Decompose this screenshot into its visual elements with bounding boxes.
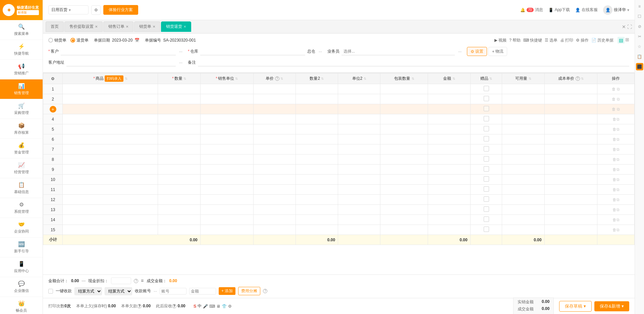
save-new-button[interactable]: 保存&新增 ▾: [594, 301, 629, 311]
customer-input[interactable]: [61, 48, 176, 55]
action-video[interactable]: ▶ 视频: [494, 38, 506, 43]
installment-info-icon[interactable]: ?: [137, 304, 142, 308]
th-row-settings[interactable]: ⚙: [43, 73, 63, 84]
qty2-cell-3[interactable]: [296, 104, 338, 114]
gift-checkbox-12[interactable]: [484, 196, 489, 202]
costprice-cell-2[interactable]: [544, 94, 597, 104]
toolbar-icon-chinese[interactable]: 中: [198, 303, 202, 309]
gift-checkbox-11[interactable]: [484, 186, 489, 192]
amount-cell-1[interactable]: [428, 84, 470, 94]
copy-row-1[interactable]: ⧉: [617, 87, 620, 91]
product-cell-1[interactable]: [63, 84, 158, 94]
warehouse-select-dots[interactable]: ···: [319, 49, 322, 54]
gift-cell-3[interactable]: [470, 104, 502, 114]
copy-row-3[interactable]: ⧉: [617, 107, 620, 112]
delete-row-4[interactable]: 🗑: [612, 117, 616, 122]
copy-row-10[interactable]: ⧉: [616, 177, 620, 182]
unit2-cell-2[interactable]: [338, 94, 380, 104]
tab-delivery-close[interactable]: ✕: [153, 25, 155, 28]
pkgqty-cell-2[interactable]: [380, 94, 428, 104]
delete-row-13[interactable]: 🗑: [612, 207, 616, 212]
tab-sales-order[interactable]: 销售订单 ✕: [103, 21, 133, 32]
delete-row-8[interactable]: 🗑: [612, 157, 616, 162]
copy-row-13[interactable]: ⧉: [616, 207, 620, 212]
action-history[interactable]: 📄 历史单据: [591, 38, 613, 43]
gift-checkbox-4[interactable]: [484, 116, 489, 121]
address-input[interactable]: [66, 59, 176, 66]
copy-row-14[interactable]: ⧉: [616, 217, 620, 222]
copy-row-9[interactable]: ⧉: [616, 167, 620, 172]
online-service-item[interactable]: 👤 在线客服: [575, 7, 598, 13]
sidebar-item-appcenter[interactable]: 📱 应用中心: [0, 257, 43, 277]
radio-delivery[interactable]: 销货单: [48, 38, 66, 43]
sidebar-item-basic[interactable]: 📋 基础信息: [0, 178, 43, 198]
sort-pkgqty-icon[interactable]: ⇅: [412, 77, 414, 80]
delete-row-9[interactable]: 🗑: [612, 167, 616, 172]
cash-discount-input[interactable]: [111, 277, 131, 284]
qty2-cell-2[interactable]: [296, 94, 338, 104]
toolbar-keyboard-icon[interactable]: ⌨: [209, 304, 215, 309]
gift-checkbox-5[interactable]: [484, 126, 489, 131]
staff-input[interactable]: [341, 48, 455, 55]
quantity-cell-2[interactable]: [158, 94, 200, 104]
gift-checkbox-3[interactable]: [484, 106, 489, 111]
gift-checkbox-8[interactable]: [484, 156, 489, 162]
view-mode-grid-icon[interactable]: ⊞: [625, 37, 629, 44]
sort-cost-icon[interactable]: ⇅: [581, 77, 584, 80]
right-panel-item-4[interactable]: ✂: [636, 33, 643, 40]
delete-row-7[interactable]: 🗑: [612, 147, 616, 152]
tab-price-setting-close[interactable]: ✕: [95, 25, 98, 28]
customer-select-dots[interactable]: ···: [179, 49, 182, 54]
sidebar-item-operations[interactable]: 📈 经营管理: [0, 159, 43, 178]
toolbar-user-icon[interactable]: 👕: [222, 304, 227, 309]
tab-fullscreen-icon[interactable]: ⛶: [627, 24, 632, 29]
costprice-cell-1[interactable]: [544, 84, 597, 94]
calendar-icon[interactable]: 📅: [135, 38, 140, 43]
sort-product-icon[interactable]: ⇅: [125, 77, 127, 80]
toolbar-monitor-icon[interactable]: 🖥: [216, 304, 220, 309]
sidebar-item-finance[interactable]: 💰 资金管理: [0, 139, 43, 159]
gift-checkbox-15[interactable]: [484, 227, 489, 232]
delete-row-14[interactable]: 🗑: [612, 217, 616, 222]
unit2-cell-1[interactable]: [338, 84, 380, 94]
amount-cell-2[interactable]: [428, 94, 470, 104]
sidebar-item-purchase[interactable]: 🛒 采购管理: [0, 99, 43, 119]
tab-sales-order-close[interactable]: ✕: [126, 25, 128, 28]
staff-select-dots[interactable]: ···: [458, 49, 462, 54]
notification-item[interactable]: 🔔 70 消息: [520, 7, 543, 13]
app-download-item[interactable]: 📱 App下载: [548, 7, 570, 13]
settings-button[interactable]: ⚙ 设置: [467, 47, 487, 56]
delete-row-2[interactable]: 🗑: [612, 97, 616, 102]
sort-amount-icon[interactable]: ⇅: [452, 77, 455, 80]
sidebar-item-enterprise[interactable]: 🤝 企业协同: [0, 218, 43, 238]
sort-quantity2-icon[interactable]: ⇅: [321, 77, 324, 80]
logistics-button[interactable]: + 物流: [488, 47, 507, 56]
delete-row-11[interactable]: 🗑: [612, 187, 616, 192]
user-info[interactable]: 👤 徐泽华 ▾: [603, 5, 629, 15]
copy-row-15[interactable]: ⧉: [616, 228, 620, 232]
delete-row-15[interactable]: 🗑: [612, 228, 616, 232]
gift-checkbox-10[interactable]: [484, 176, 489, 182]
gift-checkbox-7[interactable]: [484, 146, 489, 151]
sidebar-item-sales[interactable]: 📊 销售管理: [0, 79, 43, 99]
action-print[interactable]: 🖨 打印: [560, 38, 573, 43]
qty2-cell-1[interactable]: [296, 84, 338, 94]
right-panel-item-6[interactable]: 📋: [636, 53, 643, 60]
category-select[interactable]: 日用百货 ▾: [48, 5, 89, 14]
sort-quantity-icon[interactable]: ⇅: [183, 77, 186, 80]
account-dots[interactable]: ···: [154, 289, 157, 294]
gift-checkbox-1[interactable]: [484, 86, 489, 91]
sort-unit2-icon[interactable]: ⇅: [364, 77, 366, 80]
gift-checkbox-14[interactable]: [484, 216, 489, 222]
delete-row-12[interactable]: 🗑: [612, 197, 616, 202]
action-shortcuts[interactable]: ⌨ 快捷键: [523, 38, 542, 43]
delete-row-5[interactable]: 🗑: [612, 127, 616, 132]
toolbar-mic-icon[interactable]: 🎤: [203, 304, 208, 309]
delete-row-6[interactable]: 🗑: [612, 137, 616, 142]
sidebar-item-member[interactable]: 👑 畅会员: [0, 297, 43, 314]
settle-method-select[interactable]: 结算方式: [74, 287, 102, 295]
receivable-info-icon[interactable]: ?: [172, 304, 176, 308]
right-panel-item-1[interactable]: ≡: [636, 3, 643, 10]
unit2-cell-3[interactable]: [338, 104, 380, 114]
delete-row-10[interactable]: 🗑: [612, 177, 616, 182]
